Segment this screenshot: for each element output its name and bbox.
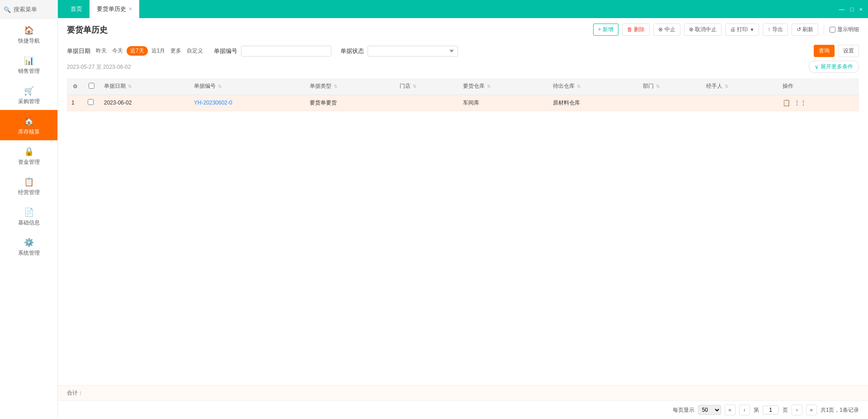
last-page-btn[interactable]: »	[806, 405, 817, 415]
page-total-info: 共1页，1条记录	[821, 406, 859, 414]
sidebar-item-label: 销售管理	[18, 67, 40, 75]
col-store: 门店 ⇅	[395, 78, 458, 95]
stop-button[interactable]: ⊗ 中止	[653, 24, 680, 36]
first-page-btn[interactable]: «	[725, 405, 736, 415]
custom-btn[interactable]: 自定义	[185, 46, 205, 56]
col-department: 部门 ⇅	[638, 78, 702, 95]
more-btn[interactable]: 更多	[169, 46, 183, 56]
page-unit: 页	[783, 406, 788, 414]
cell-checkbox[interactable]	[83, 95, 99, 111]
query-button[interactable]: 查询	[814, 45, 835, 57]
window-close-btn[interactable]: ×	[859, 6, 863, 13]
sidebar-search[interactable]: 🔍 搜索菜单	[0, 0, 57, 19]
filter-area: 单据日期 昨天 今天 近7天 近1月 更多 自定义 单据编号	[58, 39, 868, 78]
chevron-down-icon: ∨	[815, 64, 819, 70]
sort-doc-type-icon[interactable]: ⇅	[334, 84, 337, 89]
sort-doc-date-icon[interactable]: ⇅	[128, 84, 132, 89]
sidebar-item-operations[interactable]: 📋 经营管理	[0, 171, 57, 201]
show-detail-label[interactable]: 显示明细	[830, 26, 859, 33]
finance-icon: 🔒	[24, 147, 34, 157]
today-btn[interactable]: 今天	[110, 46, 125, 56]
sidebar-item-label: 快捷导航	[18, 37, 40, 45]
window-maximize-btn[interactable]: □	[850, 6, 854, 13]
sort-department-icon[interactable]: ⇅	[656, 84, 660, 89]
filter-actions: 查询 设置	[814, 45, 859, 57]
sidebar-item-sales[interactable]: 📊 销售管理	[0, 49, 57, 80]
export-button[interactable]: ↑ 导出	[763, 24, 788, 36]
per-page-label: 每页显示	[673, 406, 694, 414]
home-icon: 🏠	[24, 25, 34, 35]
col-req-warehouse: 要货仓库 ⇅	[458, 78, 548, 95]
base-info-icon: 📄	[24, 207, 34, 217]
tab-requisition-history[interactable]: 要货单历史 ×	[90, 0, 139, 18]
toolbar-divider	[824, 25, 824, 34]
table-header-row: ⚙ 单据日期 ⇅ 单据编号 ⇅ 单据类型	[67, 78, 859, 95]
operations-icon: 📋	[24, 177, 34, 187]
prev-page-btn[interactable]: ‹	[739, 405, 750, 415]
cell-doc-date: 2023-06-02	[99, 95, 189, 111]
sidebar-item-label: 资金管理	[18, 158, 40, 166]
print-dropdown-icon[interactable]: ▼	[750, 27, 754, 32]
sort-pending-warehouse-icon[interactable]: ⇅	[577, 84, 580, 89]
checkbox-header[interactable]	[83, 78, 99, 95]
yesterday-btn[interactable]: 昨天	[94, 46, 108, 56]
sidebar-item-label: 系统管理	[18, 249, 40, 257]
doc-number-input[interactable]	[241, 46, 331, 57]
print-button[interactable]: 🖨 打印 ▼	[725, 24, 759, 36]
col-pending-warehouse: 待出仓库 ⇅	[548, 78, 638, 95]
sidebar: 🔍 搜索菜单 🏠 快捷导航 📊 销售管理 🛒 采购管理 🏠 库存核算 🔒 资金管…	[0, 0, 58, 419]
sidebar-item-inventory[interactable]: 🏠 库存核算	[0, 110, 57, 140]
window-minimize-btn[interactable]: —	[839, 6, 845, 13]
doc-status-filter-group: 单据状态	[340, 46, 458, 57]
cancel-stop-button[interactable]: ⊗ 取消中止	[684, 24, 722, 36]
new-button[interactable]: + 新增	[593, 24, 618, 36]
delete-button[interactable]: 🗑 删除	[622, 24, 650, 36]
action-icons: 📋 ⋮⋮	[783, 99, 854, 106]
sort-store-icon[interactable]: ⇅	[413, 84, 416, 89]
col-handler: 经手人 ⇅	[702, 78, 778, 95]
inventory-icon: 🏠	[24, 116, 34, 126]
content: 要货单历史 + 新增 🗑 删除 ⊗ 中止 ⊗ 取消中止 🖨 打印 ▼ ↑ 导出 …	[58, 18, 868, 419]
tab-home[interactable]: 首页	[63, 0, 90, 18]
doc-status-select[interactable]	[368, 46, 458, 57]
row-checkbox[interactable]	[88, 99, 94, 105]
gear-header[interactable]: ⚙	[67, 78, 83, 95]
sort-doc-number-icon[interactable]: ⇅	[218, 84, 222, 89]
table-container: ⚙ 单据日期 ⇅ 单据编号 ⇅ 单据类型	[58, 78, 868, 385]
cell-department	[638, 95, 702, 111]
more-icon[interactable]: ⋮⋮	[794, 99, 807, 106]
sidebar-item-quick-nav[interactable]: 🏠 快捷导航	[0, 19, 57, 49]
doc-number-filter-group: 单据编号	[214, 46, 331, 57]
next-page-btn[interactable]: ›	[792, 405, 802, 415]
select-all-checkbox[interactable]	[89, 83, 94, 89]
show-detail-checkbox[interactable]	[830, 27, 835, 33]
pagination: 每页显示 50 10 20 100 « ‹ 第 页 › » 共1页，1条记录	[58, 400, 868, 419]
expand-more-btn[interactable]: ∨ 展开更多条件	[809, 61, 859, 73]
sidebar-item-finance[interactable]: 🔒 资金管理	[0, 140, 57, 171]
cell-doc-number: YH-20230602-0	[189, 95, 305, 111]
date-filter-group: 单据日期 昨天 今天 近7天 近1月 更多 自定义	[67, 46, 205, 56]
top-bar: 首页 要货单历史 × — □ ×	[58, 0, 868, 18]
sidebar-item-purchase[interactable]: 🛒 采购管理	[0, 80, 57, 110]
cell-req-warehouse: 车间库	[458, 95, 548, 111]
sidebar-item-base-info[interactable]: 📄 基础信息	[0, 201, 57, 231]
last1month-btn[interactable]: 近1月	[150, 46, 167, 56]
table-row: 1 2023-06-02 YH-20230602-0 要货单要货 车间库 原材料…	[67, 95, 859, 111]
tab-close-icon[interactable]: ×	[129, 6, 132, 12]
refresh-button[interactable]: ↺ 刷新	[792, 24, 818, 36]
sort-handler-icon[interactable]: ⇅	[725, 84, 728, 89]
data-table: ⚙ 单据日期 ⇅ 单据编号 ⇅ 单据类型	[67, 78, 859, 111]
tab-requisition-label: 要货单历史	[97, 5, 126, 13]
search-icon: 🔍	[4, 6, 11, 13]
doc-number-link[interactable]: YH-20230602-0	[194, 100, 232, 106]
edit-icon[interactable]: 📋	[783, 99, 790, 106]
col-doc-type: 单据类型 ⇅	[305, 78, 395, 95]
sidebar-item-system[interactable]: ⚙️ 系统管理	[0, 231, 57, 262]
last7days-btn[interactable]: 近7天	[127, 46, 148, 56]
page-input[interactable]	[763, 405, 779, 414]
per-page-select[interactable]: 50 10 20 100	[698, 405, 721, 415]
sort-req-warehouse-icon[interactable]: ⇅	[487, 84, 491, 89]
cell-index: 1	[67, 95, 83, 111]
settings-button[interactable]: 设置	[838, 45, 859, 57]
sidebar-item-label: 经营管理	[18, 189, 40, 196]
